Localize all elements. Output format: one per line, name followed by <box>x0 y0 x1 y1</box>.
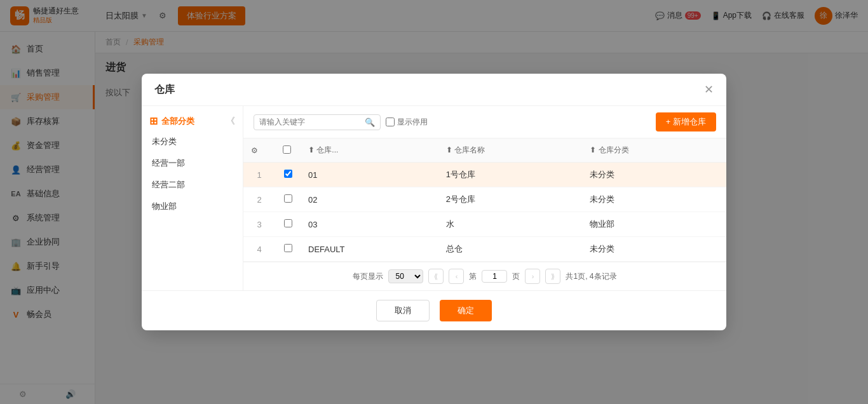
table-row[interactable]: 2 02 2号仓库 未分类 <box>243 187 726 212</box>
category-all-btn[interactable]: ⊞ 全部分类 <box>149 115 194 127</box>
table-row[interactable]: 3 03 水 物业部 <box>243 212 726 237</box>
warehouse-table: ⚙ ⬆ 仓库... ⬆ 仓库名称 <box>243 138 726 262</box>
row-name: 2号仓库 <box>438 187 583 212</box>
th-sort-icon2: ⬆ <box>446 145 452 154</box>
warehouse-dialog: 仓库 ✕ ⊞ 全部分类 《 未分类 经营一部 经营二部 物业部 <box>142 74 726 330</box>
cancel-btn[interactable]: 取消 <box>376 300 430 321</box>
row-num: 2 <box>243 187 275 212</box>
category-label-0: 未分类 <box>152 137 177 146</box>
category-label-3: 物业部 <box>152 201 177 211</box>
add-warehouse-btn[interactable]: + 新增仓库 <box>656 112 716 131</box>
last-page-btn[interactable]: ⟫ <box>545 269 560 284</box>
row-name: 总仓 <box>438 237 583 262</box>
next-page-btn[interactable]: › <box>525 269 540 284</box>
th-sort-icon3: ⬆ <box>590 145 596 154</box>
row-num: 4 <box>243 237 275 262</box>
row-code: 01 <box>301 163 438 187</box>
prev-page-btn[interactable]: ‹ <box>449 269 464 284</box>
dialog-right-content: 🔍 显示停用 + 新增仓库 ⚙ <box>243 106 726 290</box>
category-all-label: 全部分类 <box>161 116 194 127</box>
row-num: 1 <box>243 163 275 187</box>
dialog-title: 仓库 <box>154 83 175 97</box>
row-category: 未分类 <box>582 237 726 262</box>
category-item-2[interactable]: 经营二部 <box>142 174 243 196</box>
row-checkbox[interactable] <box>275 163 301 187</box>
category-label-1: 经营一部 <box>152 158 185 168</box>
first-page-btn[interactable]: ⟪ <box>428 269 444 284</box>
th-checkbox <box>275 138 301 163</box>
page-input[interactable] <box>482 270 507 283</box>
grid-icon: ⊞ <box>149 115 158 127</box>
dialog-header: 仓库 ✕ <box>142 74 726 106</box>
th-settings: ⚙ <box>243 138 275 163</box>
row-category: 物业部 <box>582 212 726 237</box>
row-category: 未分类 <box>582 163 726 187</box>
show-disabled-label: 显示停用 <box>397 117 428 128</box>
page-suffix: 页 <box>512 271 520 282</box>
row-code: 02 <box>301 187 438 212</box>
category-panel: ⊞ 全部分类 《 未分类 经营一部 经营二部 物业部 <box>142 106 243 290</box>
confirm-btn[interactable]: 确定 <box>440 300 492 321</box>
show-disabled-area: 显示停用 <box>386 117 428 128</box>
row-name: 水 <box>438 212 583 237</box>
search-box: 🔍 <box>254 114 381 130</box>
th-name-label: 仓库名称 <box>454 145 485 154</box>
collapse-icon[interactable]: 《 <box>226 116 235 127</box>
row-code: 03 <box>301 212 438 237</box>
row-checkbox[interactable] <box>275 237 301 262</box>
select-all-checkbox[interactable] <box>283 145 291 154</box>
category-item-1[interactable]: 经营一部 <box>142 152 243 174</box>
row-checkbox[interactable] <box>275 187 301 212</box>
table: ⚙ ⬆ 仓库... ⬆ 仓库名称 <box>243 138 726 262</box>
page-size-label: 每页显示 <box>353 271 383 282</box>
th-category-label: 仓库分类 <box>599 145 629 154</box>
dialog-footer: 取消 确定 <box>142 290 726 330</box>
th-category: ⬆ 仓库分类 <box>582 138 726 163</box>
category-item-3[interactable]: 物业部 <box>142 196 243 217</box>
th-code-label: 仓库... <box>316 145 338 154</box>
row-code: DEFAULT <box>301 237 438 262</box>
category-item-0[interactable]: 未分类 <box>142 131 243 152</box>
dialog-close-icon[interactable]: ✕ <box>704 83 714 97</box>
category-label-2: 经营二部 <box>152 180 185 189</box>
row-name: 1号仓库 <box>438 163 583 187</box>
th-code: ⬆ 仓库... <box>301 138 438 163</box>
search-icon[interactable]: 🔍 <box>365 118 375 127</box>
row-checkbox[interactable] <box>275 212 301 237</box>
row-num: 3 <box>243 212 275 237</box>
table-row[interactable]: 4 DEFAULT 总仓 未分类 <box>243 237 726 262</box>
search-input[interactable] <box>259 118 365 126</box>
total-info: 共1页, 4条记录 <box>566 271 616 282</box>
dialog-body: ⊞ 全部分类 《 未分类 经营一部 经营二部 物业部 <box>142 106 726 290</box>
settings-icon: ⚙ <box>251 146 258 155</box>
dialog-toolbar: 🔍 显示停用 + 新增仓库 <box>243 106 726 138</box>
table-row[interactable]: 1 01 1号仓库 未分类 <box>243 163 726 187</box>
sort-icon: ⬆ <box>308 145 315 154</box>
row-category: 未分类 <box>582 187 726 212</box>
page-label: 第 <box>469 271 477 282</box>
th-name: ⬆ 仓库名称 <box>438 138 583 163</box>
show-disabled-checkbox[interactable] <box>386 118 395 126</box>
page-size-select[interactable]: 50 100 <box>388 269 423 283</box>
table-body: 1 01 1号仓库 未分类 2 02 2号仓库 未分类 3 03 水 物业部 4… <box>243 163 726 262</box>
pagination: 每页显示 50 100 ⟪ ‹ 第 页 › ⟫ 共1页, 4条记录 <box>243 262 726 290</box>
table-header: ⚙ ⬆ 仓库... ⬆ 仓库名称 <box>243 138 726 163</box>
category-header: ⊞ 全部分类 《 <box>142 111 243 131</box>
